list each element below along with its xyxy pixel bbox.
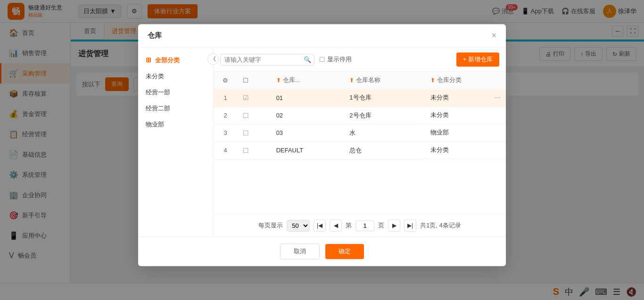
table-row[interactable]: 4 ☐ DEFAULT 总仓 未分类··· xyxy=(214,142,506,159)
add-warehouse-button[interactable]: + 新增仓库 xyxy=(456,52,499,67)
page-next-button[interactable]: ▶ xyxy=(388,219,400,232)
page-input[interactable] xyxy=(355,220,374,231)
per-page-select[interactable]: 50 xyxy=(287,220,310,232)
row-checkbox[interactable]: ☐ xyxy=(237,142,271,159)
grid-icon: ⊞ xyxy=(146,56,151,64)
modal-title: 仓库 xyxy=(148,31,162,40)
search-box: 🔍 xyxy=(220,54,314,66)
row-code: 03 xyxy=(271,124,344,142)
row-number: 2 xyxy=(214,107,237,124)
sort-icon-code: ⬆ xyxy=(276,77,281,83)
row-category: 未分类··· xyxy=(425,142,506,159)
row-code: DEFAULT xyxy=(271,142,344,159)
col-gear: ⚙ xyxy=(214,72,237,89)
sort-icon-name: ⬆ xyxy=(349,77,354,83)
search-icon[interactable]: 🔍 xyxy=(304,56,311,63)
row-name: 2号仓库 xyxy=(344,107,425,124)
warehouse-table: ⚙ ☐ ⬆ 仓库... ⬆ 仓库名称 xyxy=(214,72,506,159)
table-header: ⚙ ☐ ⬆ 仓库... ⬆ 仓库名称 xyxy=(214,72,506,89)
page-first-button[interactable]: |◀ xyxy=(314,219,326,232)
row-more-icon[interactable]: ··· xyxy=(494,93,500,102)
gear-col-icon: ⚙ xyxy=(223,77,228,84)
page-prev-button[interactable]: ◀ xyxy=(330,219,342,232)
search-input[interactable] xyxy=(224,56,304,63)
check-col-icon: ☐ xyxy=(243,77,248,84)
cancel-button[interactable]: 取消 xyxy=(280,243,320,259)
row-name: 水 xyxy=(344,124,425,142)
table-row[interactable]: 2 ☐ 02 2号仓库 未分类··· xyxy=(214,107,506,124)
sort-icon-cat: ⬆ xyxy=(430,77,435,83)
category-unclassified[interactable]: 未分类 xyxy=(138,68,213,84)
col-code: ⬆ 仓库... xyxy=(271,72,344,89)
table-row[interactable]: 1 ☑ 01 1号仓库 未分类··· xyxy=(214,89,506,107)
page-label: 第 xyxy=(346,221,352,230)
right-panel: 🔍 ☐ 显示停用 + 新增仓库 ⚙ ☐ ⬆ 仓库. xyxy=(214,48,506,236)
checkbox-icon: ☐ xyxy=(319,56,325,63)
collapse-button[interactable]: 《 xyxy=(207,53,219,65)
warehouse-modal: 仓库 × 《 ⊞ 全部分类 未分类 经营一部 经营二部 物业部 xyxy=(138,24,506,266)
show-disabled-checkbox[interactable]: ☐ 显示停用 xyxy=(319,55,352,64)
table-row[interactable]: 3 ☐ 03 水 物业部··· xyxy=(214,124,506,142)
category-ops2[interactable]: 经营二部 xyxy=(138,100,213,117)
col-check: ☐ xyxy=(237,72,271,89)
row-category: 未分类··· xyxy=(425,107,506,124)
total-info: 共1页, 4条记录 xyxy=(420,221,461,230)
confirm-button[interactable]: 确定 xyxy=(325,244,364,259)
modal-body: 《 ⊞ 全部分类 未分类 经营一部 经营二部 物业部 🔍 xyxy=(138,48,506,236)
row-checkbox[interactable]: ☐ xyxy=(237,124,271,142)
row-code: 02 xyxy=(271,107,344,124)
category-property[interactable]: 物业部 xyxy=(138,117,213,133)
category-all[interactable]: ⊞ 全部分类 xyxy=(138,52,213,68)
row-checkbox[interactable]: ☐ xyxy=(237,107,271,124)
row-category: 物业部··· xyxy=(425,124,506,142)
row-number: 1 xyxy=(214,89,237,107)
left-panel: 《 ⊞ 全部分类 未分类 经营一部 经营二部 物业部 xyxy=(138,48,214,236)
row-name: 总仓 xyxy=(344,142,425,159)
modal-close-button[interactable]: × xyxy=(491,31,496,41)
page-last-button[interactable]: ▶| xyxy=(404,219,416,232)
page-unit: 页 xyxy=(378,221,384,230)
right-toolbar: 🔍 ☐ 显示停用 + 新增仓库 xyxy=(214,48,506,72)
row-code: 01 xyxy=(271,89,344,107)
row-checkbox[interactable]: ☑ xyxy=(237,89,271,107)
row-name: 1号仓库 xyxy=(344,89,425,107)
col-name: ⬆ 仓库名称 xyxy=(344,72,425,89)
table-body: 1 ☑ 01 1号仓库 未分类··· 2 ☐ 02 2号仓库 未分类··· 3 … xyxy=(214,89,506,159)
row-number: 3 xyxy=(214,124,237,142)
modal-footer: 取消 确定 xyxy=(138,236,506,266)
row-category: 未分类··· xyxy=(425,89,506,107)
row-number: 4 xyxy=(214,142,237,159)
pagination: 每页显示 50 |◀ ◀ 第 页 ▶ ▶| 共1页, 4条记录 xyxy=(214,214,506,236)
col-category: ⬆ 仓库分类 xyxy=(425,72,506,89)
modal-header: 仓库 × xyxy=(138,24,506,48)
per-page-label: 每页显示 xyxy=(258,221,283,230)
category-ops1[interactable]: 经营一部 xyxy=(138,84,213,100)
